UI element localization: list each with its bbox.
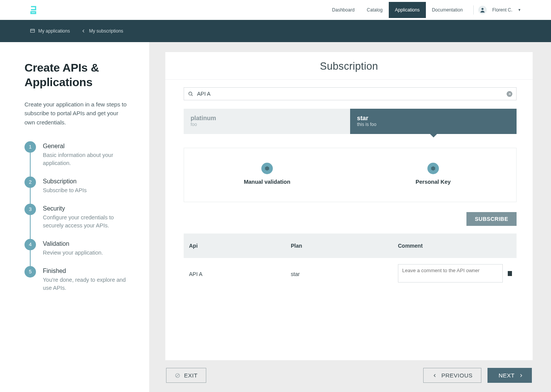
plan-title: star <box>357 115 510 122</box>
delete-row-icon[interactable] <box>508 271 512 276</box>
comment-input[interactable] <box>398 264 503 283</box>
plan-features: Manual validation Personal Key <box>184 148 517 202</box>
feature-label: Manual validation <box>244 179 290 185</box>
step-number: 5 <box>24 266 36 278</box>
feature-label: Personal Key <box>416 179 451 185</box>
svg-point-2 <box>189 92 192 95</box>
plan-star[interactable]: star this is foo <box>350 109 517 134</box>
card-title: Subscription <box>165 52 533 80</box>
avatar <box>478 6 487 14</box>
col-comment-header: Comment <box>398 243 503 249</box>
step-subscription[interactable]: 2 Subscription Subscribe to APIs <box>24 176 129 204</box>
page-desc: Create your application in a few steps t… <box>24 100 129 127</box>
step-validation[interactable]: 4 Validation Review your application. <box>24 239 129 266</box>
step-security[interactable]: 3 Security Configure your credentials to… <box>24 204 129 239</box>
step-number: 4 <box>24 239 36 250</box>
caret-down-icon: ▼ <box>518 8 521 12</box>
divider <box>473 5 474 15</box>
exit-label: EXIT <box>184 372 197 379</box>
chevron-left-icon <box>432 373 437 378</box>
user-menu[interactable]: Florent C. ▼ <box>478 6 521 14</box>
step-desc: Review your application. <box>43 249 103 257</box>
step-desc: Configure your credentials to securely a… <box>43 214 129 230</box>
step-desc: Subscribe to APIs <box>43 186 86 194</box>
cube-icon <box>261 163 273 174</box>
subnav-my-applications[interactable]: My applications <box>30 28 70 34</box>
step-desc: You're done, ready to explore and use AP… <box>43 276 129 292</box>
top-header: Dashboard Catalog Applications Documenta… <box>0 0 551 20</box>
step-number: 2 <box>24 176 36 188</box>
svg-point-0 <box>482 8 484 10</box>
step-title: Finished <box>43 268 129 274</box>
step-title: General <box>43 143 129 150</box>
step-general[interactable]: 1 General Basic information about your a… <box>24 141 129 176</box>
exit-button[interactable]: EXIT <box>166 368 206 383</box>
plan-tabs: platinum foo star this is foo <box>184 109 517 134</box>
search-input[interactable] <box>197 91 503 97</box>
table-header: Api Plan Comment <box>184 234 517 258</box>
step-title: Subscription <box>43 178 86 185</box>
subnav-label: My subscriptions <box>89 28 123 34</box>
nav-applications[interactable]: Applications <box>389 2 426 18</box>
subscription-card: Subscription ✕ platinum foo star t <box>165 52 533 360</box>
step-number: 3 <box>24 204 36 215</box>
main-area: Subscription ✕ platinum foo star t <box>149 42 551 392</box>
nav-dashboard[interactable]: Dashboard <box>326 2 361 18</box>
step-title: Security <box>43 205 129 212</box>
previous-label: PREVIOUS <box>441 372 473 379</box>
next-button[interactable]: NEXT <box>487 368 532 383</box>
api-search[interactable]: ✕ <box>184 87 517 100</box>
col-api-header: Api <box>184 243 291 249</box>
row-api: API A <box>184 271 291 277</box>
row-plan: star <box>291 271 398 277</box>
subnav-my-subscriptions[interactable]: My subscriptions <box>81 28 123 34</box>
plan-platinum[interactable]: platinum foo <box>184 109 350 134</box>
plan-sub: foo <box>191 122 343 127</box>
plan-sub: this is foo <box>357 122 510 127</box>
nav-documentation[interactable]: Documentation <box>426 2 469 18</box>
nav-catalog[interactable]: Catalog <box>361 2 389 18</box>
cancel-icon <box>175 373 180 378</box>
search-icon <box>188 91 193 96</box>
subscriptions-table: Api Plan Comment API A star <box>184 234 517 290</box>
subnav-label: My applications <box>38 28 70 34</box>
subscribe-button[interactable]: SUBSCRIBE <box>466 212 517 226</box>
brand-logo <box>30 6 37 14</box>
plan-title: platinum <box>191 115 343 122</box>
wizard-footer: EXIT PREVIOUS NEXT <box>165 360 533 384</box>
table-row: API A star <box>184 258 517 290</box>
clear-search-icon[interactable]: ✕ <box>507 91 512 97</box>
step-number: 1 <box>24 141 36 153</box>
feature-manual-validation: Manual validation <box>184 163 350 185</box>
page-title: Create APIs & Applications <box>24 60 129 89</box>
cube-icon <box>427 163 439 174</box>
col-plan-header: Plan <box>291 243 398 249</box>
next-label: NEXT <box>499 372 515 379</box>
top-nav: Dashboard Catalog Applications Documenta… <box>326 2 469 18</box>
step-desc: Basic information about your application… <box>43 151 129 167</box>
svg-rect-1 <box>31 29 35 32</box>
step-title: Validation <box>43 240 103 247</box>
username: Florent C. <box>492 7 512 13</box>
wizard-steps: 1 General Basic information about your a… <box>24 141 129 292</box>
step-finished[interactable]: 5 Finished You're done, ready to explore… <box>24 266 129 292</box>
wizard-sidebar: Create APIs & Applications Create your a… <box>0 42 149 392</box>
previous-button[interactable]: PREVIOUS <box>423 368 481 383</box>
feature-personal-key: Personal Key <box>350 163 516 185</box>
sub-header: My applications My subscriptions <box>0 20 551 42</box>
chevron-right-icon <box>518 373 524 378</box>
